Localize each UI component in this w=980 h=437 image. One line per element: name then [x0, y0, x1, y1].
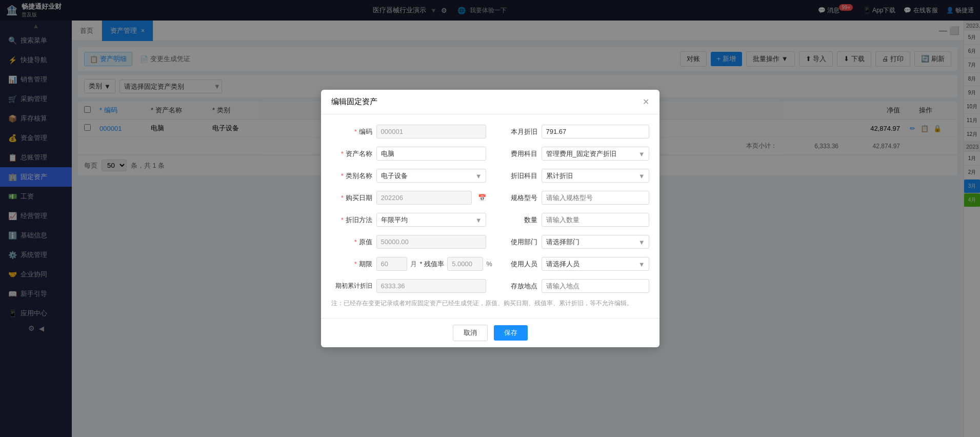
calendar-icon[interactable]: 📅	[478, 194, 486, 202]
spec-label: 规格型号	[496, 193, 537, 203]
original-value-input[interactable]	[376, 235, 486, 249]
category-wrap: 电子设备 ▼	[376, 169, 486, 183]
form-grid: 编码 本月折旧 资产名称 费用科目	[331, 125, 649, 293]
field-use-person: 使用人员 请选择人员 ▼	[496, 257, 649, 271]
use-person-select[interactable]: 请选择人员	[542, 257, 649, 271]
depr-method-label: 折旧方法	[331, 215, 372, 225]
cancel-button[interactable]: 取消	[453, 325, 488, 341]
quantity-input[interactable]	[542, 213, 649, 227]
code-label: 编码	[331, 127, 372, 136]
residual-rate-label: * 残值率	[420, 260, 445, 269]
modal-note: 注：已经存在变更记录或者对应固定资产已经生成凭证，原值、购买日期、残值率、累计折…	[331, 299, 649, 308]
field-period: 期限 月 * 残值率 %	[331, 257, 486, 271]
field-original-value: 原值	[331, 235, 486, 249]
monthly-depr-input[interactable]	[542, 125, 649, 138]
category-label-modal: 类别名称	[331, 171, 372, 181]
depr-method-select[interactable]: 年限平均	[376, 213, 486, 227]
field-spec: 规格型号	[496, 191, 649, 205]
modal-footer: 取消 保存	[321, 318, 659, 347]
period-unit: 月	[410, 260, 417, 269]
use-dept-select[interactable]: 请选择部门	[542, 235, 649, 249]
period-input[interactable]	[376, 257, 407, 271]
modal-close-btn[interactable]: ✕	[643, 97, 649, 107]
field-quantity: 数量	[496, 213, 649, 227]
purchase-date-input[interactable]	[376, 191, 472, 205]
save-button[interactable]: 保存	[494, 325, 528, 341]
field-initial-accum-depr: 期初累计折旧	[331, 279, 486, 293]
storage-label: 存放地点	[496, 282, 537, 291]
residual-rate-input[interactable]	[447, 257, 483, 271]
initial-accum-depr-input[interactable]	[376, 279, 486, 293]
use-person-wrap: 请选择人员 ▼	[542, 257, 649, 271]
modal-body: 编码 本月折旧 资产名称 费用科目	[321, 114, 659, 318]
field-use-dept: 使用部门 请选择部门 ▼	[496, 235, 649, 249]
modal-title: 编辑固定资产	[331, 97, 377, 107]
depr-subject-select[interactable]: 累计折旧	[542, 169, 649, 183]
field-depr-method: 折旧方法 年限平均 ▼	[331, 213, 486, 227]
field-monthly-depr: 本月折旧	[496, 125, 649, 138]
modal-overlay: 编辑固定资产 ✕ 编码 本月折旧 资产名称	[0, 0, 980, 437]
asset-name-input[interactable]	[376, 147, 486, 161]
monthly-depr-label: 本月折旧	[496, 127, 537, 136]
field-storage: 存放地点	[496, 279, 649, 293]
use-dept-label: 使用部门	[496, 237, 537, 247]
field-depr-subject: 折旧科目 累计折旧 ▼	[496, 169, 649, 183]
quantity-label: 数量	[496, 215, 537, 225]
initial-accum-depr-label: 期初累计折旧	[331, 282, 372, 290]
depr-method-wrap: 年限平均 ▼	[376, 213, 486, 227]
period-row: 月 * 残值率 %	[376, 257, 486, 271]
field-asset-name: 资产名称	[331, 147, 486, 161]
field-code: 编码	[331, 125, 486, 138]
depr-subject-wrap: 累计折旧 ▼	[542, 169, 649, 183]
field-purchase-date: 购买日期 📅	[331, 191, 486, 205]
code-input[interactable]	[376, 125, 486, 138]
asset-name-label: 资产名称	[331, 149, 372, 158]
spec-input[interactable]	[542, 191, 649, 205]
category-select-modal[interactable]: 电子设备	[376, 169, 486, 183]
expense-subject-select[interactable]: 管理费用_固定资产折旧	[542, 147, 649, 161]
depr-subject-label: 折旧科目	[496, 171, 537, 181]
edit-asset-modal: 编辑固定资产 ✕ 编码 本月折旧 资产名称	[321, 90, 659, 347]
modal-header: 编辑固定资产 ✕	[321, 90, 659, 114]
period-label: 期限	[331, 260, 372, 269]
field-expense-subject: 费用科目 管理费用_固定资产折旧 ▼	[496, 147, 649, 161]
original-value-label: 原值	[331, 237, 372, 247]
percent-label: %	[486, 260, 492, 268]
expense-subject-wrap: 管理费用_固定资产折旧 ▼	[542, 147, 649, 161]
expense-subject-label: 费用科目	[496, 149, 537, 158]
purchase-date-label: 购买日期	[331, 193, 372, 203]
field-category: 类别名称 电子设备 ▼	[331, 169, 486, 183]
use-dept-wrap: 请选择部门 ▼	[542, 235, 649, 249]
use-person-label: 使用人员	[496, 260, 537, 269]
storage-input[interactable]	[542, 279, 649, 293]
